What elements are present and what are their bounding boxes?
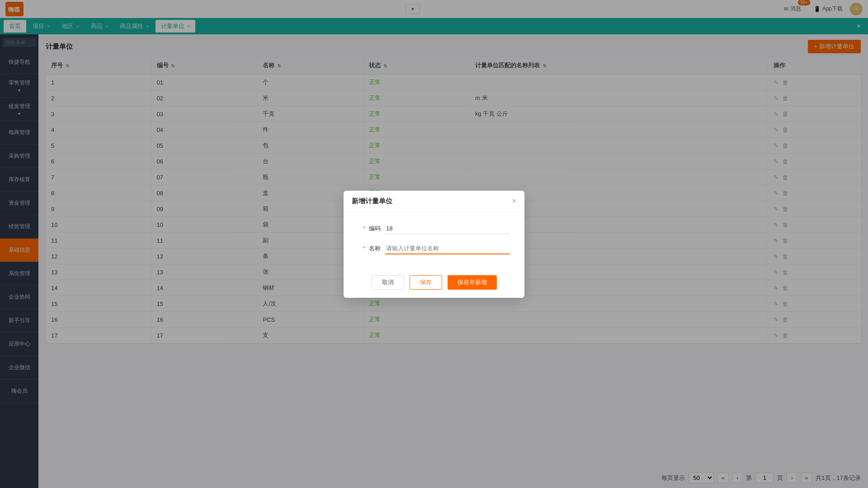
code-input[interactable] bbox=[385, 223, 510, 234]
form-row-code: * 编码 bbox=[358, 223, 510, 234]
modal-header: 新增计量单位 × bbox=[344, 191, 524, 212]
form-row-name: * 名称 bbox=[358, 243, 510, 254]
save-button[interactable]: 保存 bbox=[410, 275, 442, 290]
modal-footer: 取消 保存 保存并新增 bbox=[344, 271, 524, 298]
save-and-new-button[interactable]: 保存并新增 bbox=[448, 275, 497, 290]
modal-overlay: 新增计量单位 × * 编码 * 名称 取消 保存 保存并新增 bbox=[0, 0, 868, 488]
code-required-star: * bbox=[363, 225, 365, 232]
modal-body: * 编码 * 名称 bbox=[344, 212, 524, 271]
name-required-star: * bbox=[363, 245, 365, 252]
modal-title: 新增计量单位 bbox=[352, 197, 392, 206]
modal-close-button[interactable]: × bbox=[512, 197, 516, 205]
name-label: * 名称 bbox=[358, 244, 381, 253]
cancel-button[interactable]: 取消 bbox=[372, 275, 404, 290]
add-unit-modal: 新增计量单位 × * 编码 * 名称 取消 保存 保存并新增 bbox=[344, 191, 524, 298]
code-label: * 编码 bbox=[358, 225, 381, 233]
unit-name-input[interactable] bbox=[385, 243, 510, 254]
